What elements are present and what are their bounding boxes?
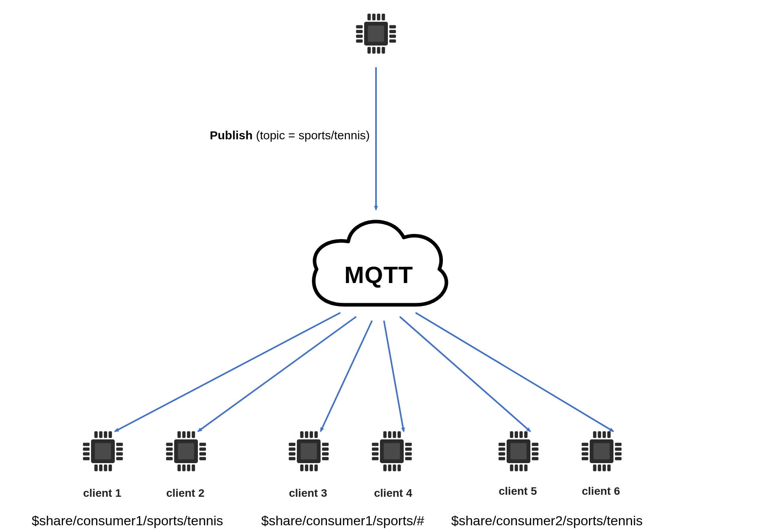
group2-topic: $share/consumer1/sports/# bbox=[261, 513, 424, 528]
group1-topic: $share/consumer1/sports/tennis bbox=[32, 513, 223, 528]
svg-rect-124 bbox=[615, 452, 622, 455]
svg-rect-14 bbox=[389, 25, 396, 28]
svg-rect-15 bbox=[389, 30, 396, 33]
svg-rect-44 bbox=[187, 465, 190, 471]
svg-rect-55 bbox=[301, 443, 317, 460]
svg-rect-27 bbox=[108, 465, 112, 471]
svg-rect-80 bbox=[393, 465, 396, 471]
svg-rect-99 bbox=[524, 465, 527, 471]
client6-chip-icon bbox=[578, 428, 625, 475]
svg-rect-9 bbox=[382, 47, 385, 54]
svg-rect-66 bbox=[289, 452, 296, 455]
svg-rect-78 bbox=[383, 465, 386, 471]
client5-chip-icon bbox=[495, 428, 542, 475]
svg-rect-57 bbox=[305, 431, 308, 438]
svg-rect-121 bbox=[582, 457, 589, 460]
svg-rect-113 bbox=[607, 431, 610, 438]
svg-rect-89 bbox=[405, 457, 412, 460]
svg-rect-116 bbox=[602, 465, 606, 471]
svg-rect-62 bbox=[310, 465, 313, 471]
svg-rect-5 bbox=[382, 14, 385, 21]
svg-rect-67 bbox=[289, 457, 296, 460]
svg-rect-49 bbox=[166, 457, 173, 460]
svg-rect-122 bbox=[615, 443, 622, 446]
svg-rect-45 bbox=[192, 465, 195, 471]
svg-rect-19 bbox=[95, 443, 111, 460]
arrow-to-client6 bbox=[416, 313, 613, 431]
client3-label: client 3 bbox=[289, 487, 327, 500]
svg-rect-83 bbox=[372, 447, 379, 450]
svg-rect-29 bbox=[83, 447, 90, 450]
svg-rect-48 bbox=[166, 452, 173, 455]
svg-rect-51 bbox=[199, 447, 206, 450]
svg-rect-125 bbox=[615, 457, 622, 460]
svg-rect-87 bbox=[405, 447, 412, 450]
svg-rect-2 bbox=[367, 14, 370, 21]
arrow-to-client5 bbox=[400, 317, 530, 431]
svg-rect-77 bbox=[397, 431, 401, 438]
svg-rect-97 bbox=[515, 465, 518, 471]
svg-rect-86 bbox=[405, 443, 412, 446]
svg-rect-10 bbox=[356, 25, 363, 28]
svg-rect-33 bbox=[116, 447, 123, 450]
svg-rect-100 bbox=[499, 443, 505, 446]
svg-rect-20 bbox=[94, 431, 97, 438]
svg-rect-110 bbox=[593, 431, 596, 438]
svg-rect-65 bbox=[289, 447, 296, 450]
svg-rect-52 bbox=[199, 452, 206, 455]
svg-rect-71 bbox=[322, 457, 329, 460]
svg-rect-112 bbox=[602, 431, 606, 438]
svg-rect-6 bbox=[367, 47, 370, 54]
svg-rect-101 bbox=[499, 447, 505, 450]
svg-rect-4 bbox=[377, 14, 380, 21]
svg-rect-98 bbox=[519, 465, 522, 471]
svg-rect-64 bbox=[289, 443, 296, 446]
svg-rect-11 bbox=[356, 30, 363, 33]
svg-rect-81 bbox=[397, 465, 401, 471]
svg-rect-58 bbox=[310, 431, 313, 438]
svg-rect-13 bbox=[356, 39, 363, 42]
broker-label: MQTT bbox=[344, 261, 413, 289]
svg-rect-117 bbox=[607, 465, 610, 471]
client3-chip-icon bbox=[285, 428, 332, 475]
svg-rect-23 bbox=[108, 431, 112, 438]
svg-rect-109 bbox=[594, 443, 610, 460]
publisher-chip-icon bbox=[352, 10, 400, 57]
svg-rect-21 bbox=[99, 431, 102, 438]
svg-rect-60 bbox=[300, 465, 303, 471]
client4-label: client 4 bbox=[374, 487, 412, 500]
publish-label-rest: (topic = sports/tennis) bbox=[253, 129, 370, 142]
group3-topic: $share/consumer2/sports/tennis bbox=[451, 513, 643, 528]
svg-rect-120 bbox=[582, 452, 589, 455]
svg-rect-69 bbox=[322, 447, 329, 450]
client1-chip-icon bbox=[79, 428, 127, 475]
svg-rect-39 bbox=[182, 431, 185, 438]
svg-rect-31 bbox=[83, 457, 90, 460]
svg-rect-95 bbox=[524, 431, 527, 438]
client5-label: client 5 bbox=[499, 485, 537, 498]
svg-rect-43 bbox=[182, 465, 185, 471]
client6-label: client 6 bbox=[582, 485, 620, 498]
client1-label: client 1 bbox=[83, 487, 121, 500]
client4-chip-icon bbox=[368, 428, 416, 475]
svg-rect-68 bbox=[322, 443, 329, 446]
svg-rect-123 bbox=[615, 447, 622, 450]
svg-rect-105 bbox=[532, 447, 539, 450]
svg-rect-24 bbox=[94, 465, 97, 471]
svg-rect-7 bbox=[372, 47, 375, 54]
svg-rect-74 bbox=[383, 431, 386, 438]
svg-rect-93 bbox=[515, 431, 518, 438]
svg-rect-82 bbox=[372, 443, 379, 446]
svg-rect-17 bbox=[389, 39, 396, 42]
svg-rect-118 bbox=[582, 443, 589, 446]
client2-label: client 2 bbox=[166, 487, 204, 500]
svg-rect-96 bbox=[510, 465, 513, 471]
svg-rect-34 bbox=[116, 452, 123, 455]
svg-rect-32 bbox=[116, 443, 123, 446]
svg-rect-119 bbox=[582, 447, 589, 450]
svg-rect-16 bbox=[389, 34, 396, 38]
svg-rect-22 bbox=[104, 431, 107, 438]
svg-rect-63 bbox=[314, 465, 317, 471]
svg-rect-28 bbox=[83, 443, 90, 446]
svg-rect-111 bbox=[598, 431, 601, 438]
